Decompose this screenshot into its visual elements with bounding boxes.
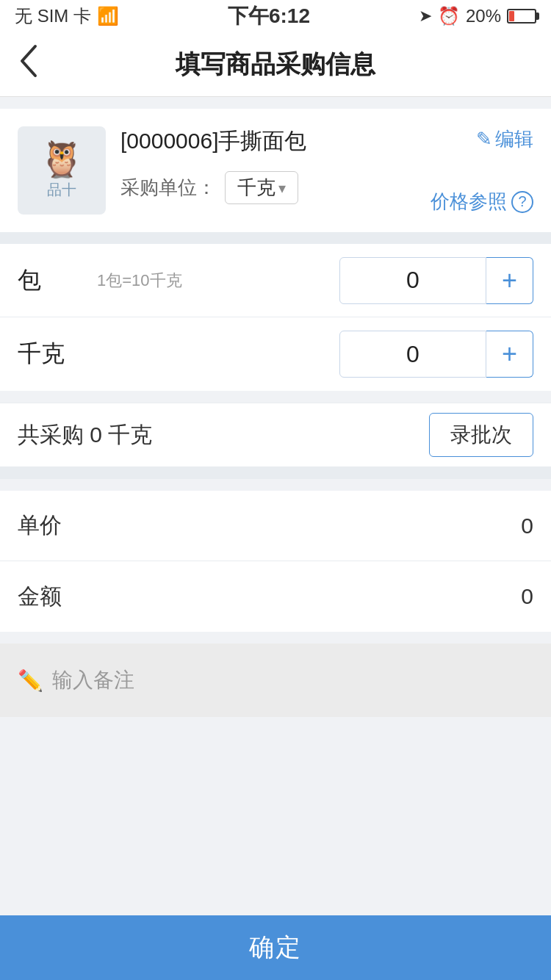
quantity-row-bao: 包 1包=10千克 + [0, 244, 551, 317]
product-card: 🦉 品十 [0000006]手撕面包 采购单位： 千克 ▾ ✎ 编辑 价格参照 … [0, 109, 551, 232]
unit-label: 采购单位： [120, 175, 216, 201]
brand-text: 品十 [47, 180, 76, 200]
quantity-section: 包 1包=10千克 + 千克 + [0, 244, 551, 391]
edit-icon: ✎ [476, 128, 492, 151]
amount-value: 0 [521, 584, 533, 609]
confirm-button-wrap: 确定 [0, 915, 551, 980]
chevron-down-icon: ▾ [278, 179, 286, 197]
edit-label: 编辑 [495, 126, 533, 152]
wifi-icon: 📶 [97, 6, 119, 26]
price-ref-label: 价格参照 [431, 189, 507, 215]
quantity-row-kg: 千克 + [0, 317, 551, 391]
kg-plus-button[interactable]: + [486, 331, 533, 378]
separator-1 [0, 232, 551, 244]
unit-price-label: 单价 [18, 511, 62, 541]
battery-icon [507, 9, 536, 24]
bao-input-area: + [182, 257, 533, 304]
note-placeholder: 输入备注 [52, 666, 134, 694]
separator-2 [0, 467, 551, 479]
confirm-button[interactable]: 确定 [249, 931, 302, 965]
unit-price-value: 0 [521, 514, 533, 538]
note-pencil-icon: ✏️ [18, 669, 43, 693]
bao-sub-label: 1包=10千克 [97, 270, 182, 292]
status-bar: 无 SIM 卡 📶 下午6:12 ➤ ⏰ 20% [0, 0, 551, 32]
product-image: 🦉 品十 [18, 126, 106, 215]
unit-select[interactable]: 千克 ▾ [225, 171, 298, 204]
alarm-icon: ⏰ [438, 6, 460, 26]
bao-input[interactable] [339, 257, 486, 304]
summary-text: 共采购 0 千克 [18, 420, 152, 450]
unit-price-row: 单价 0 [0, 491, 551, 561]
note-section[interactable]: ✏️ 输入备注 [0, 644, 551, 717]
kg-input-area: + [91, 331, 533, 378]
unit-value: 千克 [237, 175, 276, 201]
batch-button[interactable]: 录批次 [429, 413, 533, 457]
amount-row: 金额 0 [0, 561, 551, 632]
help-icon: ? [511, 191, 533, 213]
kg-input[interactable] [339, 331, 486, 378]
nav-bar: 填写商品采购信息 [0, 32, 551, 97]
summary-row: 共采购 0 千克 录批次 [0, 403, 551, 467]
battery-percent: 20% [466, 6, 501, 26]
bao-plus-button[interactable]: + [486, 257, 533, 304]
location-icon: ➤ [419, 7, 432, 26]
amount-label: 金额 [18, 582, 62, 612]
status-right: ➤ ⏰ 20% [419, 6, 536, 26]
status-time: 下午6:12 [228, 2, 310, 30]
price-section: 单价 0 金额 0 [0, 491, 551, 632]
product-name: [0000006]手撕面包 [120, 126, 533, 156]
kg-label: 千克 [18, 338, 91, 370]
page-title: 填写商品采购信息 [176, 48, 375, 82]
status-left: 无 SIM 卡 📶 [15, 4, 119, 28]
carrier-text: 无 SIM 卡 [15, 4, 91, 28]
back-button[interactable] [18, 43, 38, 85]
product-thumbnail-icon: 🦉 [40, 142, 84, 177]
bao-label: 包 [18, 264, 91, 297]
edit-link[interactable]: ✎ 编辑 [476, 126, 533, 152]
price-ref-link[interactable]: 价格参照 ? [431, 189, 533, 215]
